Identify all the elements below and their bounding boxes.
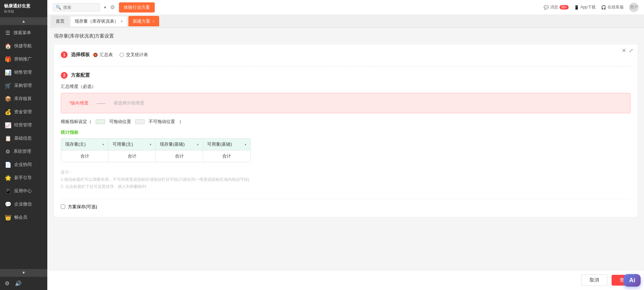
sidebar-scroll-up[interactable]: ▲ <box>0 18 47 25</box>
sidebar-item-marketing[interactable]: 🎁 营销推广 <box>0 53 47 66</box>
ai-fab-button[interactable]: Ai <box>624 274 641 287</box>
chart-icon: 📊 <box>5 69 11 76</box>
stats-col-3[interactable]: 可用量(基辅) ▾ <box>203 139 250 150</box>
stats-col-2-label: 现存量(基辅) <box>160 141 185 147</box>
dimension-required-star: *纵向维度 <box>69 100 89 106</box>
search-menu-icon: ☰ <box>5 30 11 36</box>
sidebar-item-system[interactable]: ⚙ 系统管理 <box>0 145 47 158</box>
sidebar-logo: 畅康通好生意 标准版 <box>0 0 47 18</box>
section1-header: 1 选择模板 汇总表 交叉统计表 <box>61 51 630 58</box>
close-window-button[interactable]: ✕ <box>622 47 626 54</box>
sidebar-item-app-center[interactable]: 📱 应用中心 <box>0 185 47 198</box>
section-choose-template: 1 选择模板 汇总表 交叉统计表 <box>61 51 630 58</box>
tab-new-scheme[interactable]: 新建方案 × <box>128 16 159 26</box>
sidebar: 畅康通好生意 标准版 ▲ ☰ 搜索菜单 🏠 快捷导航 🎁 营销推广 📊 销售管理… <box>0 0 47 290</box>
sidebar-item-sales[interactable]: 📊 销售管理 <box>0 66 47 79</box>
settings-icon: ⚙ <box>5 148 11 155</box>
tip-item-1: 2. 点击标题栏下拉可设置排序、插入列和删除列 <box>61 183 630 191</box>
box-icon: 📦 <box>5 96 11 102</box>
sidebar-item-label: 畅会员 <box>14 214 27 220</box>
money-icon: 💰 <box>5 109 11 115</box>
sidebar-item-member[interactable]: 👑 畅会员 <box>0 211 47 224</box>
radio-summary[interactable]: 汇总表 <box>93 52 113 58</box>
app-edition: 标准版 <box>4 9 43 14</box>
step2-badge: 2 <box>61 72 68 79</box>
sidebar-item-label: 销售管理 <box>14 69 32 75</box>
radio-cross-input[interactable] <box>120 53 124 57</box>
radio-summary-label: 汇总表 <box>100 52 113 58</box>
expand-window-button[interactable]: ⤢ <box>629 47 633 54</box>
tab-new-scheme-label: 新建方案 <box>133 18 150 24</box>
chat-icon: 💬 <box>5 201 11 208</box>
indicator-settings: 模板指标设定（ 可拖动位置 不可拖动位置 ） <box>61 119 630 125</box>
col3-chevron[interactable]: ▾ <box>245 143 246 146</box>
stats-col-0[interactable]: 现存量(主) ▾ <box>61 139 108 150</box>
stats-table-header: 现存量(主) ▾ 可用量(主) ▾ 现存量(基辅) ▾ 可用量(基辅) <box>61 139 250 150</box>
trial-button[interactable]: 体验行业方案 <box>119 2 155 13</box>
radio-cross[interactable]: 交叉统计表 <box>120 52 148 58</box>
sidebar-item-label: 系统管理 <box>14 148 31 154</box>
save-checkbox[interactable] <box>61 204 65 209</box>
crown-icon: 👑 <box>5 214 11 221</box>
sidebar-item-inventory[interactable]: 📦 库存核算 <box>0 92 47 105</box>
customer-service-button[interactable]: 🎧 在线客服 <box>601 4 624 10</box>
step1-badge: 1 <box>61 51 68 58</box>
search-input[interactable] <box>63 5 97 10</box>
dimension-box[interactable]: *纵向维度 —— 请选择分组维度 <box>61 93 630 113</box>
tab-home-label: 首页 <box>56 18 65 24</box>
draggable-badge <box>96 119 105 124</box>
list-icon: 📋 <box>5 135 11 142</box>
sidebar-item-purchase[interactable]: 🛒 采购管理 <box>0 79 47 92</box>
topbar-dropdown[interactable]: ▾ <box>104 5 106 10</box>
topbar-right: 💬 消息 99+ 📱 App下载 🎧 在线客服 用户 <box>544 3 639 12</box>
tabbar: 首页 现存量（库存状况表） × 新建方案 × <box>47 15 644 28</box>
stats-cell-0: 合计 <box>61 150 108 162</box>
sidebar-item-label: 资金管理 <box>14 109 32 115</box>
tab-inventory-close[interactable]: × <box>121 19 123 23</box>
sidebar-item-label: 企业协同 <box>14 162 32 168</box>
col0-chevron[interactable]: ▾ <box>102 143 104 146</box>
section2-header: 2 方案配置 <box>61 72 630 79</box>
sidebar-scroll-down[interactable]: ▼ <box>0 269 47 276</box>
sidebar-item-search-menu[interactable]: ☰ 搜索菜单 <box>0 26 47 40</box>
stats-col-2[interactable]: 现存量(基辅) ▾ <box>156 139 203 150</box>
settings-footer-icon[interactable]: ⚙ <box>5 280 9 287</box>
col1-chevron[interactable]: ▾ <box>150 143 151 146</box>
user-avatar[interactable]: 用户 <box>629 3 639 12</box>
tab-new-scheme-close[interactable]: × <box>152 19 154 23</box>
stats-table-row: 合计 合计 合计 合计 <box>61 150 250 162</box>
sidebar-item-operation[interactable]: 📈 经营管理 <box>0 119 47 132</box>
section2-title: 方案配置 <box>71 72 90 78</box>
tab-inventory-status[interactable]: 现存量（库存状况表） × <box>70 16 127 26</box>
page-title: 现存量(库存状况表)方案设置 <box>54 33 637 39</box>
tab-home[interactable]: 首页 <box>51 16 69 26</box>
sidebar-item-label: 搜索菜单 <box>14 30 31 36</box>
gift-icon: 🎁 <box>5 56 11 63</box>
star-icon: 🌟 <box>5 175 11 181</box>
sidebar-item-label: 快捷导航 <box>14 43 32 49</box>
topbar-search-box[interactable]: 🔍 <box>53 3 100 11</box>
sidebar-item-new-guide[interactable]: 🌟 新手引导 <box>0 171 47 185</box>
sidebar-item-label: 基础信息 <box>14 135 32 141</box>
sidebar-item-basic-info[interactable]: 📋 基础信息 <box>0 132 47 145</box>
stats-cell-3: 合计 <box>203 150 250 162</box>
app-download-button[interactable]: 📱 App下载 <box>574 4 596 10</box>
tips-box: 提示： 1.拖动标题栏可以调整布局，不可跨维度或指标区域拖动栏目字段(只能在同一… <box>61 169 630 191</box>
sidebar-item-contract[interactable]: 📄 企业协同 <box>0 158 47 171</box>
stats-cell-1: 合计 <box>108 150 156 162</box>
audio-icon[interactable]: 🔊 <box>15 280 22 287</box>
template-radio-group: 汇总表 交叉统计表 <box>93 52 148 58</box>
cancel-button[interactable]: 取消 <box>581 274 608 286</box>
cart-icon: 🛒 <box>5 82 11 89</box>
sidebar-item-quick-nav[interactable]: 🏠 快捷导航 <box>0 40 47 53</box>
radio-summary-input[interactable] <box>93 53 98 57</box>
messages-button[interactable]: 💬 消息 99+ <box>544 4 569 10</box>
sidebar-item-wechat[interactable]: 💬 企业微信 <box>0 198 47 211</box>
gear-button[interactable]: ⚙ <box>110 4 115 10</box>
messages-badge: 99+ <box>560 5 569 9</box>
tab-inventory-label: 现存量（库存状况表） <box>75 18 119 24</box>
stats-col-1[interactable]: 可用量(主) ▾ <box>108 139 156 150</box>
sidebar-item-finance[interactable]: 💰 资金管理 <box>0 105 47 119</box>
col2-chevron[interactable]: ▾ <box>197 143 199 146</box>
non-draggable-label: 不可拖动位置 <box>149 119 175 125</box>
